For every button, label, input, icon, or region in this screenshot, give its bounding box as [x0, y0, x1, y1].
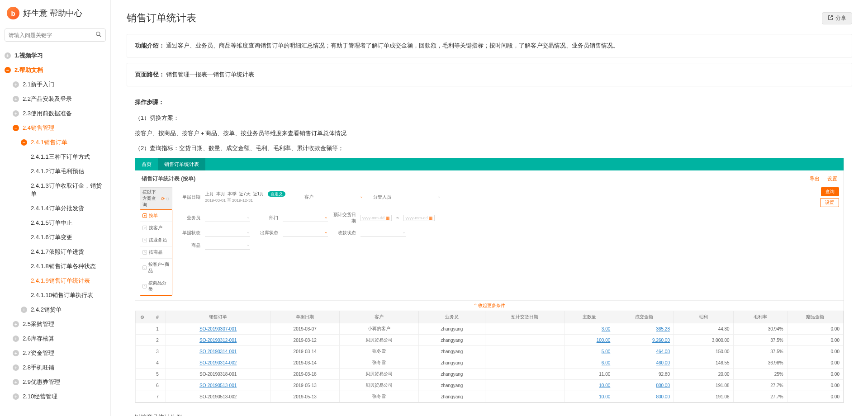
- mock-set-btn: 设置: [820, 198, 839, 207]
- nav-2-4-1-3[interactable]: 2.4.1.3订单收取订金，销货单: [5, 179, 106, 201]
- nav-video[interactable]: +1.视频学习: [5, 48, 106, 63]
- step1-num: （1）切换方案：: [135, 113, 844, 123]
- svg-point-0: [96, 32, 100, 36]
- refresh-icon: ⟳: [161, 196, 165, 201]
- nav-2-4-1-2[interactable]: 2.4.1.2订单毛利预估: [5, 164, 106, 179]
- nav-2-4[interactable]: −2.4销售管理: [5, 121, 106, 135]
- collapse-icon: ⟨⟨: [166, 196, 170, 201]
- page-title: 销售订单统计表: [127, 11, 196, 25]
- mock-side-panel: 按以下方案查询 ⟳ ⟨⟨ ●按单○按客户○按业务员○按商品○按客户+商品○按商品…: [140, 187, 172, 296]
- screenshot-mock-1: 首页 销售订单统计表 销售订单统计表 (按单) 导出 设置 按以下方案查询 ⟳: [135, 158, 844, 403]
- nav-2-4-1-1[interactable]: 2.4.1.1三种下订单方式: [5, 150, 106, 164]
- table-row: 4SO-20190314-0022019-03-14张冬雪zhangyang6.…: [136, 357, 844, 369]
- nav-2-4-1[interactable]: −2.4.1销售订单: [5, 135, 106, 150]
- table-row: 2SO-20190312-0012019-03-12贝贝贸易公司zhangyan…: [136, 335, 844, 346]
- mock-side-item: ○按商品: [140, 246, 172, 259]
- table-row: 5SO-20190318-0012019-03-18贝贝贸易公司zhangyan…: [136, 369, 844, 380]
- nav-2-4-1-8[interactable]: 2.4.1.8销售订单各种状态: [5, 259, 106, 274]
- nav-2-4-2[interactable]: +2.4.2销货单: [5, 303, 106, 317]
- mock-export: 导出: [810, 176, 820, 181]
- mock-side-item: ○按客户: [140, 222, 172, 234]
- mock-side-item: ○按商品分类: [140, 277, 172, 295]
- nav-2-5[interactable]: +2.5采购管理: [5, 317, 106, 331]
- nav-2-6[interactable]: +2.6库存核算: [5, 331, 106, 346]
- collapse-bar: ⌃ 收起更多条件: [135, 300, 844, 311]
- nav-2-4-1-5[interactable]: 2.4.1.5订单中止: [5, 216, 106, 230]
- svg-line-1: [100, 35, 101, 37]
- table-row: 1SO-20190307-0012019-03-07小蒋的客户zhangyang…: [136, 323, 844, 335]
- nav-2-4-1-6[interactable]: 2.4.1.6订单变更: [5, 230, 106, 245]
- share-button[interactable]: 分享: [822, 12, 852, 24]
- nav-2-1[interactable]: +2.1新手入门: [5, 77, 106, 92]
- intro-label: 功能介绍：: [135, 42, 165, 49]
- nav-tree: +1.视频学习 −2.帮助文档 +2.1新手入门 +2.2产品安装及登录 +2.…: [5, 48, 106, 404]
- nav-2-4-1-9[interactable]: 2.4.1.9销售订单统计表: [5, 274, 106, 288]
- mock-tabs: 首页 销售订单统计表: [135, 158, 844, 170]
- nav-2-9[interactable]: +2.9优惠券管理: [5, 375, 106, 389]
- date-range: 2019-03-01 至 2019-12-31: [205, 198, 285, 203]
- path-label: 页面路径：: [135, 71, 165, 78]
- nav-2-2[interactable]: +2.2产品安装及登录: [5, 92, 106, 106]
- intro-card: 功能介绍：通过客户、业务员、商品等维度查询销售订单的明细汇总情况；有助于管理者了…: [127, 34, 852, 57]
- date-custom-badge: 自定义: [268, 191, 285, 197]
- nav-help-docs[interactable]: −2.帮助文档: [5, 63, 106, 77]
- share-icon: [828, 15, 833, 22]
- step2: （2）查询指标：交货日期、数量、成交金额、毛利、毛利率、累计收款金额等；: [135, 143, 844, 153]
- mock-title: 销售订单统计表 (按单): [142, 175, 195, 183]
- nav-2-4-1-4[interactable]: 2.4.1.4订单分批发货: [5, 201, 106, 216]
- search-icon[interactable]: [95, 31, 102, 39]
- intro-text: 通过客户、业务员、商品等维度查询销售订单的明细汇总情况；有助于管理者了解订单成交…: [166, 42, 619, 49]
- sidebar: b 好生意 帮助中心 +1.视频学习 −2.帮助文档 +2.1新手入门 +2.2…: [0, 0, 111, 416]
- mock-side-item: ○按客户+商品: [140, 259, 172, 277]
- mock-header-links: 导出 设置: [803, 175, 837, 182]
- table-row: 7SO-20190513-0022019-05-13张冬雪zhangyang10…: [136, 391, 844, 402]
- main-content: 销售订单统计表 分享 功能介绍：通过客户、业务员、商品等维度查询销售订单的明细汇…: [111, 0, 868, 416]
- date-links: 上月本月本季近7天近1月: [205, 191, 266, 196]
- logo-row: b 好生意 帮助中心: [5, 0, 106, 28]
- mock-table: ⚙#销售订单单据日期客户业务员预计交货日期主数量成交金额毛利毛利率赠品金额 1S…: [135, 311, 844, 402]
- nav-2-3[interactable]: +2.3使用前数据准备: [5, 106, 106, 121]
- mock-side-item: ○按业务员: [140, 234, 172, 246]
- mock-side-item: ●按单: [140, 210, 172, 222]
- steps-block: 操作步骤： （1）切换方案： 按客户、按商品、按客户＋商品、按单、按业务员等维度…: [127, 92, 852, 416]
- path-text: 销售管理—报表—销售订单统计表: [166, 71, 254, 78]
- mock-search-btn: 查询: [821, 187, 839, 196]
- table-row: 6SO-20190513-0012019-05-13贝贝贸易公司zhangyan…: [136, 380, 844, 391]
- mock-filters: 单据日期 上月本月本季近7天近1月 自定义 2019-03-01 至 2019-…: [177, 187, 839, 296]
- nav-2-8[interactable]: +2.8手机旺铺: [5, 360, 106, 375]
- nav-2-10[interactable]: +2.10经营管理: [5, 389, 106, 404]
- mock-setting: 设置: [827, 176, 837, 181]
- mock-side-head: 按以下方案查询 ⟳ ⟨⟨: [140, 187, 172, 209]
- mock-tab-home: 首页: [135, 158, 158, 170]
- logo-text: 好生意 帮助中心: [23, 8, 82, 19]
- search-box[interactable]: [5, 28, 106, 42]
- nav-2-4-1-7[interactable]: 2.4.1.7依照订单进货: [5, 245, 106, 259]
- step1-text: 按客户、按商品、按客户＋商品、按单、按业务员等维度来查看销售订单总体情况: [135, 128, 844, 138]
- example-intro: 以按商品统计为例，: [135, 412, 844, 416]
- table-row: 3SO-20190314-0012019-03-14张冬雪zhangyang5.…: [136, 346, 844, 357]
- steps-label: 操作步骤：: [135, 98, 844, 106]
- nav-2-4-1-10[interactable]: 2.4.1.10销售订单执行表: [5, 288, 106, 303]
- search-input[interactable]: [9, 32, 95, 38]
- path-card: 页面路径：销售管理—报表—销售订单统计表: [127, 63, 852, 86]
- logo-icon: b: [7, 7, 19, 19]
- nav-2-7[interactable]: +2.7资金管理: [5, 346, 106, 360]
- mock-tab-report: 销售订单统计表: [158, 158, 205, 170]
